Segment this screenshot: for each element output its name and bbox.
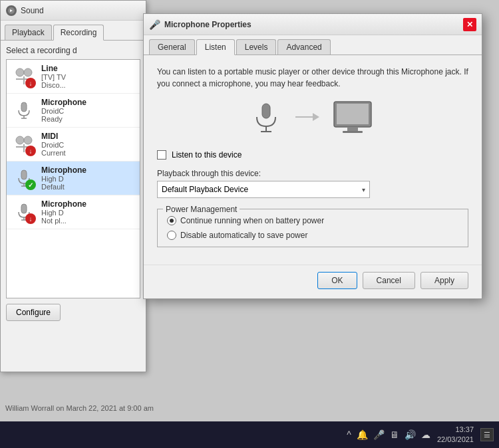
power-management-legend: Power Management	[163, 205, 240, 214]
device-status-mic1: Ready	[41, 115, 134, 123]
select-recording-label: Select a recording d	[6, 46, 140, 55]
device-info-line: Line [TV] TV Disco...	[41, 64, 134, 89]
svg-point-2	[24, 68, 32, 76]
device-info-midi: MIDI DroidC Current	[41, 132, 134, 157]
badge-red-midi: ↓	[25, 146, 36, 156]
device-status-line: Disco...	[41, 81, 134, 89]
mic-dialog-body: You can listen to a portable music playe…	[144, 55, 482, 265]
cancel-button[interactable]: Cancel	[363, 272, 415, 289]
radio-btn-battery[interactable]	[167, 216, 176, 225]
device-status-midi: Current	[41, 149, 134, 157]
svg-point-8	[16, 136, 24, 144]
listen-checkbox[interactable]	[157, 150, 166, 160]
sound-app-icon	[6, 5, 17, 16]
cloud-icon[interactable]: ☁	[421, 429, 430, 440]
device-info-mic3: Microphone High D Not pl...	[41, 199, 134, 225]
tab-listen[interactable]: Listen	[196, 39, 235, 55]
configure-button[interactable]: Configure	[6, 304, 61, 321]
device-icon-mic1	[12, 98, 36, 122]
radio-label-battery: Continue running when on battery power	[180, 216, 324, 225]
device-name-mic1: Microphone	[41, 98, 134, 107]
listen-checkbox-row: Listen to this device	[157, 150, 468, 160]
svg-rect-12	[21, 170, 27, 179]
microphone-visual-icon	[253, 102, 279, 136]
playback-select-value: Default Playback Device	[162, 185, 248, 194]
svg-point-9	[24, 136, 32, 144]
sound-window: Sound Playback Recording Select a record…	[0, 0, 146, 372]
radio-row-battery: Continue running when on battery power	[167, 216, 458, 225]
monitor-visual-icon	[333, 100, 373, 137]
chevron-up-icon[interactable]: ^	[347, 429, 351, 440]
taskbar-system-icons: ^ 🔔 🎤 🖥 🔊 ☁	[347, 429, 430, 440]
device-info-mic2: Microphone High D Default	[41, 166, 134, 191]
svg-rect-26	[343, 131, 363, 133]
arrow-icon	[293, 107, 319, 131]
device-name-line: Line	[41, 64, 134, 73]
device-info-mic1: Microphone DroidC Ready	[41, 98, 134, 123]
listen-checkbox-label: Listen to this device	[172, 150, 242, 160]
device-status-mic3: Not pl...	[41, 217, 134, 225]
tab-general[interactable]: General	[149, 39, 195, 55]
device-list: ↓ Line [TV] TV Disco...	[6, 59, 140, 298]
watermark-text: William Worrall on March 22, 2021 at 9:0…	[0, 401, 159, 415]
device-name-mic2: Microphone	[41, 166, 134, 175]
device-sub1-line: [TV] TV	[41, 73, 134, 81]
taskbar-clock: 13:37 22/03/2021	[437, 425, 474, 445]
device-name-mic3: Microphone	[41, 199, 134, 209]
svg-point-1	[16, 68, 24, 76]
notification-icon[interactable]: 🔔	[357, 429, 368, 440]
clock-time: 13:37	[437, 425, 474, 435]
apply-button[interactable]: Apply	[420, 272, 468, 289]
badge-red-line: ↓	[25, 78, 36, 88]
svg-rect-15	[21, 204, 27, 213]
volume-icon[interactable]: 🔊	[405, 429, 416, 440]
device-sub1-mic1: DroidC	[41, 107, 134, 115]
close-button[interactable]: ✕	[463, 18, 476, 31]
device-sub1-midi: DroidC	[41, 141, 134, 149]
tab-advanced[interactable]: Advanced	[277, 39, 330, 55]
listen-description: You can listen to a portable music playe…	[157, 66, 468, 90]
sound-content: Select a recording d ↓ Line [TV] TV Disc	[1, 41, 146, 326]
tab-levels[interactable]: Levels	[236, 39, 277, 55]
clock-date: 22/03/2021	[437, 435, 474, 445]
sound-title: Sound	[21, 6, 44, 15]
device-icon-midi: ↓	[12, 132, 36, 156]
device-item-line[interactable]: ↓ Line [TV] TV Disco...	[7, 60, 140, 94]
device-icon-mic3: ↓	[12, 200, 36, 224]
microphone-taskbar-icon[interactable]: 🎤	[373, 429, 385, 440]
device-item-mic3[interactable]: ↓ Microphone High D Not pl...	[7, 195, 140, 229]
device-icon-line: ↓	[12, 64, 36, 88]
tab-recording[interactable]: Recording	[53, 25, 104, 41]
radio-row-save-power: Disable automatically to save power	[167, 231, 458, 240]
playback-select[interactable]: Default Playback Device ▾	[157, 181, 370, 198]
radio-btn-save-power[interactable]	[167, 231, 176, 240]
svg-rect-25	[347, 127, 358, 131]
device-item-midi[interactable]: ↓ MIDI DroidC Current	[7, 128, 140, 162]
sound-titlebar: Sound	[1, 1, 146, 21]
svg-rect-18	[262, 104, 270, 118]
device-sub1-mic3: High D	[41, 209, 134, 217]
svg-marker-22	[313, 113, 319, 121]
mic-properties-dialog: 🎤 Microphone Properties ✕ General Listen…	[143, 13, 482, 299]
device-item-mic2[interactable]: ✓ Microphone High D Default	[7, 162, 140, 195]
device-sub1-mic2: High D	[41, 175, 134, 183]
device-item-mic1[interactable]: Microphone DroidC Ready	[7, 94, 140, 128]
mic-dialog-titlebar: 🎤 Microphone Properties ✕	[144, 14, 482, 35]
device-icon-mic2: ✓	[12, 166, 36, 190]
radio-label-save-power: Disable automatically to save power	[180, 231, 307, 240]
playback-label: Playback through this device:	[157, 169, 468, 178]
mic-dialog-footer: OK Cancel Apply	[144, 265, 482, 298]
device-status-mic2: Default	[41, 183, 134, 191]
sound-tabs: Playback Recording	[1, 21, 146, 41]
tab-playback[interactable]: Playback	[5, 25, 52, 40]
mic-dialog-title: Microphone Properties	[164, 20, 459, 29]
ok-button[interactable]: OK	[317, 272, 357, 289]
badge-red-mic3: ↓	[25, 213, 36, 224]
mic-dialog-icon: 🎤	[149, 19, 160, 30]
power-management-group: Power Management Continue running when o…	[157, 209, 468, 247]
display-icon[interactable]: 🖥	[390, 429, 399, 440]
chevron-down-icon: ▾	[362, 186, 365, 193]
action-center-icon[interactable]: ☰	[480, 428, 494, 441]
mic-dialog-tabs: General Listen Levels Advanced	[144, 35, 482, 55]
svg-rect-5	[21, 102, 27, 112]
